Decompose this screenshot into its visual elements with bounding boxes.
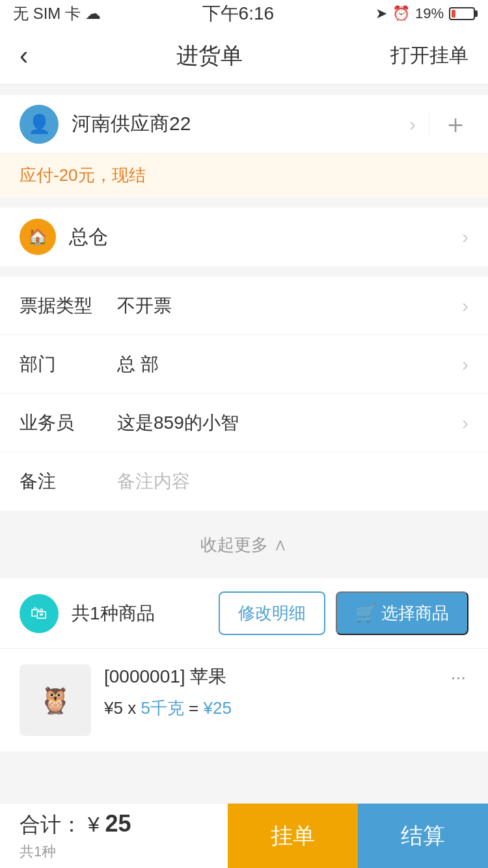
location-icon: ➤ (375, 5, 387, 22)
total-section: 合计： ¥ 25 共1种 (0, 810, 228, 861)
invoice-chevron-icon: › (462, 295, 468, 317)
select-product-button[interactable]: 🛒 选择商品 (336, 591, 468, 635)
collapse-row[interactable]: 收起更多 ∧ (0, 521, 488, 568)
product-header: 🛍 共1种商品 修改明细 🛒 选择商品 (0, 578, 488, 649)
sim-status: 无 SIM 卡 ☁ (13, 3, 101, 24)
house-icon: 🏠 (28, 228, 47, 246)
back-button[interactable]: ‹ (20, 41, 28, 70)
total-amount: 合计： ¥ 25 (20, 810, 208, 839)
total-sub: 共1种 (20, 842, 208, 861)
salesperson-row[interactable]: 业务员 这是859的小智 › (0, 394, 488, 452)
department-row[interactable]: 部门 总 部 › (0, 335, 488, 394)
product-title: 苹果 (190, 666, 226, 686)
alarm-icon: ⏰ (392, 5, 410, 22)
status-right: ➤ ⏰ 19% (375, 5, 475, 22)
product-info: [0000001] 苹果 ¥5 x 5千克 = ¥25 (104, 664, 448, 720)
equals-sign: = (189, 698, 203, 718)
vertical-divider (429, 111, 429, 137)
bag-icon: 🛍 (31, 603, 47, 623)
salesperson-label: 业务员 (20, 411, 111, 435)
salesperson-value: 这是859的小智 (111, 411, 462, 435)
warehouse-name: 总仓 (69, 224, 462, 251)
chevron-right-icon: › (409, 113, 416, 135)
warehouse-chevron-icon: › (462, 226, 468, 248)
product-bag-icon: 🛍 (20, 594, 59, 633)
alert-banner: 应付-20元，现结 (0, 154, 488, 197)
page-title: 进货单 (176, 41, 243, 71)
battery-icon (449, 7, 475, 20)
invoice-type-value: 不开票 (111, 293, 462, 318)
edit-detail-button[interactable]: 修改明细 (219, 591, 325, 635)
product-price-row: ¥5 x 5千克 = ¥25 (104, 697, 448, 720)
status-left: 无 SIM 卡 ☁ (13, 3, 101, 24)
bottom-bar: 合计： ¥ 25 共1种 挂单 结算 (0, 803, 488, 868)
subtotal: ¥25 (204, 698, 232, 718)
salesperson-chevron-icon: › (462, 412, 468, 434)
warehouse-section: 🏠 总仓 › (0, 208, 488, 266)
open-pending-button[interactable]: 打开挂单 (390, 42, 468, 69)
more-options-button[interactable]: ··· (448, 664, 468, 690)
multiply-sign: x (128, 698, 141, 718)
product-thumbnail: 🦉 (20, 664, 91, 736)
product-code: [0000001] (104, 666, 185, 686)
supplier-row[interactable]: 👤 河南供应商22 › ＋ (0, 95, 488, 154)
select-product-label: 选择商品 (381, 602, 449, 625)
unit-price: ¥5 (104, 698, 123, 718)
supplier-avatar: 👤 (20, 105, 59, 144)
battery-percent: 19% (415, 5, 444, 22)
owl-logo-icon: 🦉 (39, 685, 72, 716)
product-item: 🦉 [0000001] 苹果 ¥5 x 5千克 = ¥25 ··· (0, 649, 488, 752)
department-value: 总 部 (111, 352, 462, 377)
status-bar: 无 SIM 卡 ☁ 下午6:16 ➤ ⏰ 19% (0, 0, 488, 27)
avatar-icon: 👤 (28, 113, 51, 135)
settle-button[interactable]: 结算 (358, 804, 488, 869)
warehouse-row[interactable]: 🏠 总仓 › (0, 208, 488, 266)
add-supplier-button[interactable]: ＋ (442, 106, 468, 142)
total-label: 合计： (20, 813, 82, 836)
separator-1 (0, 85, 488, 95)
product-count: 共1种商品 (72, 601, 219, 626)
total-currency: ¥ (88, 813, 100, 836)
collapse-label: 收起更多 ∧ (200, 534, 287, 556)
department-chevron-icon: › (462, 353, 468, 375)
product-section: 🛍 共1种商品 修改明细 🛒 选择商品 🦉 [0000001] 苹果 ¥5 x … (0, 578, 488, 752)
invoice-type-label: 票据类型 (20, 293, 111, 318)
remark-value[interactable]: 备注内容 (111, 469, 468, 494)
remark-row[interactable]: 备注 备注内容 (0, 452, 488, 511)
remark-label: 备注 (20, 469, 111, 494)
form-section: 票据类型 不开票 › 部门 总 部 › 业务员 这是859的小智 › 备注 备注… (0, 277, 488, 511)
status-time: 下午6:16 (202, 1, 275, 26)
supplier-name: 河南供应商22 (72, 111, 409, 137)
invoice-type-row[interactable]: 票据类型 不开票 › (0, 277, 488, 335)
quantity: 5千克 (141, 698, 183, 718)
supplier-section: 👤 河南供应商22 › ＋ 应付-20元，现结 (0, 95, 488, 197)
hang-button[interactable]: 挂单 (228, 804, 358, 869)
nav-bar: ‹ 进货单 打开挂单 (0, 27, 488, 85)
cart-icon: 🛒 (355, 603, 376, 623)
product-name: [0000001] 苹果 (104, 664, 448, 689)
total-value: 25 (105, 810, 131, 837)
warehouse-icon: 🏠 (20, 219, 56, 255)
department-label: 部门 (20, 352, 111, 377)
